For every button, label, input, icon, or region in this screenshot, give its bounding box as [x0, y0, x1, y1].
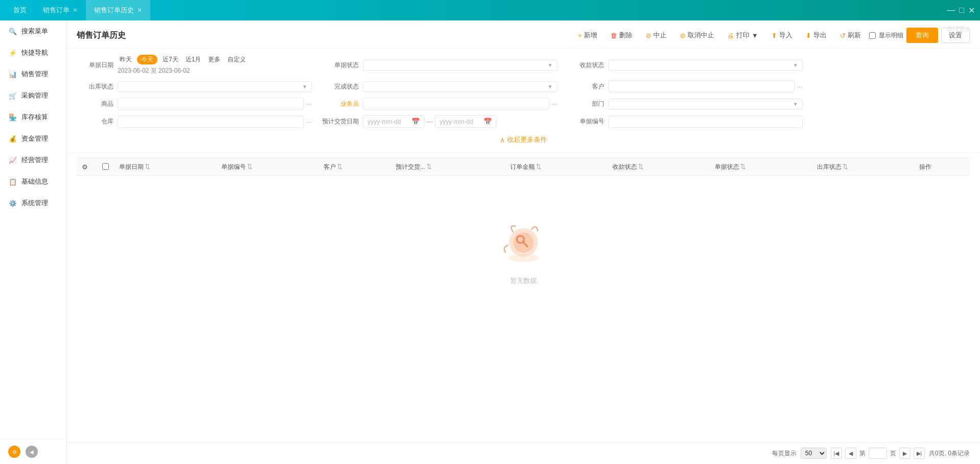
page-size-select[interactable]: 102050100	[801, 448, 827, 459]
minimize-icon[interactable]: —	[947, 6, 955, 15]
sort-icon: ⇅	[842, 163, 848, 170]
warehouse-input[interactable]	[118, 116, 304, 128]
col-收款状态[interactable]: 收款状态⇅	[607, 159, 710, 176]
prev-page-btn[interactable]: ◀	[845, 448, 856, 459]
table-checkbox-th[interactable]	[97, 159, 114, 176]
toolbar-btn-刷新[interactable]: ↺刷新	[835, 28, 866, 42]
salesman-dots-icon[interactable]: ···	[551, 100, 557, 108]
customer-input-wrap: ···	[608, 80, 803, 93]
top-tab-销售订单历史[interactable]: 销售订单历史✕	[86, 0, 150, 20]
sidebar-item-快捷导航[interactable]: ⚡快捷导航	[0, 42, 66, 63]
dept-dropdown[interactable]: ▼	[608, 99, 803, 109]
sort-icon: ⇅	[536, 163, 541, 170]
page-input[interactable]: 1	[869, 448, 887, 459]
sidebar-settings-icon[interactable]: ⚙	[8, 446, 20, 458]
setting-button[interactable]: 设置	[941, 28, 970, 43]
delivery-date-end-wrap[interactable]: yyyy-mm-dd 📅	[435, 115, 496, 128]
delivery-start-calendar-icon[interactable]: 📅	[412, 118, 420, 125]
window-close-icon[interactable]: ✕	[968, 6, 975, 15]
product-dots-icon[interactable]: ···	[306, 100, 312, 108]
top-tab-首页[interactable]: 首页	[5, 0, 35, 20]
date-shortcut-近7天[interactable]: 近7天	[161, 55, 180, 64]
toolbar-btn-label: 取消中止	[688, 31, 714, 40]
next-page-btn[interactable]: ▶	[899, 448, 910, 459]
empty-icon	[498, 217, 549, 268]
sidebar-volume-icon[interactable]: ◀	[26, 446, 38, 458]
page-unit: 页	[890, 449, 896, 458]
toolbar-btn-导入[interactable]: ⬆导入	[766, 28, 797, 42]
table-settings-th[interactable]: ⚙	[77, 159, 97, 176]
sort-icon: ⇅	[337, 163, 343, 170]
complete-status-select[interactable]: ▼	[363, 81, 557, 92]
table-settings-icon[interactable]: ⚙	[82, 163, 88, 171]
sidebar-item-资金管理[interactable]: 💰资金管理	[0, 128, 66, 149]
col-预计交货...[interactable]: 预计交货...⇅	[391, 159, 506, 176]
delivery-date-start-wrap[interactable]: yyyy-mm-dd 📅	[363, 115, 424, 128]
delivery-date-wrap: yyyy-mm-dd 📅 — yyyy-mm-dd 📅	[363, 115, 557, 128]
bill-status-dropdown[interactable]: ▼	[363, 60, 557, 71]
tab-close-icon[interactable]: ✕	[73, 7, 78, 14]
sort-icon: ⇅	[145, 163, 150, 170]
sidebar-item-基础信息[interactable]: 📋基础信息	[0, 171, 66, 192]
select-all-checkbox[interactable]	[102, 163, 109, 170]
top-tab-销售订单[interactable]: 销售订单✕	[35, 0, 86, 20]
sidebar-item-经营管理[interactable]: 📈经营管理	[0, 149, 66, 171]
sidebar-item-销售管理[interactable]: 📊销售管理	[0, 63, 66, 85]
toolbar-btn-导出[interactable]: ⬇导出	[801, 28, 832, 42]
out-status-dropdown[interactable]: ▼	[118, 81, 312, 92]
first-page-btn[interactable]: |◀	[831, 448, 842, 459]
sidebar-icon: ⚡	[8, 48, 17, 57]
toolbar-btn-删除[interactable]: 🗑删除	[605, 28, 637, 42]
bill-status-select[interactable]: ▼	[363, 60, 557, 71]
sidebar-item-库存核算[interactable]: 🏪库存核算	[0, 106, 66, 128]
date-shortcut-更多[interactable]: 更多	[206, 55, 222, 64]
customer-dots-icon[interactable]: ···	[796, 82, 803, 91]
toolbar-btn-新增[interactable]: +新增	[573, 28, 603, 42]
complete-status-dropdown[interactable]: ▼	[363, 81, 557, 92]
delivery-date-start: yyyy-mm-dd	[368, 118, 408, 125]
payment-status-select[interactable]: ▼	[608, 60, 803, 71]
dept-select[interactable]: ▼	[608, 99, 803, 109]
date-shortcut-自定义[interactable]: 自定义	[225, 55, 248, 64]
date-shortcut-近1月[interactable]: 近1月	[184, 55, 203, 64]
sidebar-item-搜索菜单[interactable]: 🔍搜索菜单	[0, 20, 66, 42]
collapse-btn[interactable]: ∧ 收起更多条件	[500, 133, 547, 146]
col-单据日期[interactable]: 单据日期⇅	[114, 159, 216, 176]
out-status-select[interactable]: ▼	[118, 81, 312, 92]
date-shortcut-今天[interactable]: 今天	[137, 55, 157, 64]
toolbar-btn-打印[interactable]: 🖨打印▼	[722, 28, 763, 42]
tab-close-icon[interactable]: ✕	[137, 7, 142, 14]
sidebar-icon: 🛒	[8, 91, 17, 100]
table-header: ⚙ 单据日期⇅单据编号⇅客户⇅预计交货...⇅订单金额⇅收款状态⇅单据状态⇅出库…	[77, 159, 970, 176]
salesman-input[interactable]	[363, 98, 549, 110]
col-客户[interactable]: 客户⇅	[318, 159, 391, 176]
toolbar-btn-icon: 🗑	[610, 32, 617, 39]
bill-no-input[interactable]	[608, 116, 803, 128]
product-input[interactable]	[118, 98, 304, 110]
col-订单金额[interactable]: 订单金额⇅	[505, 159, 607, 176]
col-出库状态[interactable]: 出库状态⇅	[812, 159, 914, 176]
payment-status-dropdown[interactable]: ▼	[608, 60, 803, 71]
col-单据编号[interactable]: 单据编号⇅	[216, 159, 318, 176]
top-bar: 首页销售订单✕销售订单历史✕ — □ ✕	[0, 0, 980, 20]
toolbar-btn-中止[interactable]: ⊘中止	[641, 28, 672, 42]
filter-row-1: 单据日期 昨天今天近7天近1月更多自定义 2023-06-02 至 2023-0…	[77, 55, 970, 75]
customer-input[interactable]	[608, 80, 794, 93]
date-shortcut-昨天[interactable]: 昨天	[118, 55, 134, 64]
toolbar-btn-icon: ⊘	[646, 32, 651, 39]
show-detail-checkbox[interactable]	[869, 32, 876, 39]
sidebar-item-采购管理[interactable]: 🛒采购管理	[0, 85, 66, 106]
sidebar-label: 库存核算	[21, 113, 48, 122]
delivery-end-calendar-icon[interactable]: 📅	[484, 118, 492, 125]
query-button[interactable]: 查询	[906, 28, 938, 43]
warehouse-dots-icon[interactable]: ···	[306, 118, 312, 126]
toolbar-btn-取消中止[interactable]: ⊘取消中止	[675, 28, 719, 42]
maximize-icon[interactable]: □	[959, 6, 964, 15]
sidebar-item-系统管理[interactable]: ⚙️系统管理	[0, 192, 66, 214]
last-page-btn[interactable]: ▶|	[914, 448, 925, 459]
date-range-display: 2023-06-02 至 2023-06-02	[118, 67, 312, 75]
col-单据状态[interactable]: 单据状态⇅	[710, 159, 812, 176]
toolbar-btn-label: 中止	[653, 31, 667, 40]
date-shortcuts: 昨天今天近7天近1月更多自定义	[118, 55, 312, 64]
sidebar: 🔍搜索菜单⚡快捷导航📊销售管理🛒采购管理🏪库存核算💰资金管理📈经营管理📋基础信息…	[0, 20, 66, 464]
